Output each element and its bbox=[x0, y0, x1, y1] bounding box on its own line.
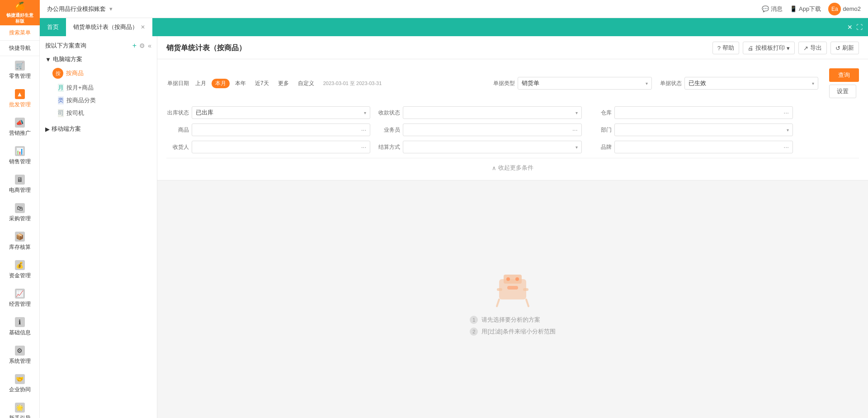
doc-type-control[interactable]: 销货单 ▾ bbox=[518, 77, 652, 90]
mobile-section-arrow: ▶ bbox=[45, 126, 50, 133]
date-tab-7days[interactable]: 近7天 bbox=[251, 79, 273, 88]
product-control[interactable]: ··· bbox=[192, 124, 370, 136]
app-download-btn[interactable]: 📱 App下载 bbox=[790, 5, 821, 13]
help-btn[interactable]: ? 帮助 bbox=[712, 42, 739, 54]
settlement-control[interactable]: ▾ bbox=[403, 141, 581, 153]
main-area: 办公用品行业模拟账套 ▾ 💬 消息 📱 App下载 Ea demo2 首页 销货… bbox=[40, 0, 868, 418]
receiver-control[interactable]: ··· bbox=[192, 141, 370, 153]
empty-state: 1 请先选择要分析的方案 2 用[过滤]条件来缩小分析范围 bbox=[157, 180, 868, 418]
collection-status-control[interactable]: ▾ bbox=[403, 106, 581, 119]
filter-out-status: 出库状态 已出库 ▾ bbox=[166, 106, 370, 119]
doc-status-dropdown-icon: ▾ bbox=[812, 81, 814, 86]
collapse-panel-btn[interactable]: « bbox=[148, 42, 151, 49]
sidebar-item-marketing[interactable]: 📣 营销推广 bbox=[0, 113, 40, 142]
salesman-dots-icon: ··· bbox=[572, 126, 578, 133]
sidebar-item-wholesale[interactable]: ▲ 批发管理 bbox=[0, 85, 40, 113]
sidebar-item-enterprise[interactable]: 🤝 企业协同 bbox=[0, 370, 40, 398]
operations-icon: 📈 bbox=[15, 289, 25, 299]
export-icon: ↗ bbox=[803, 45, 808, 52]
date-tab-this-month[interactable]: 本月 bbox=[212, 79, 230, 88]
sidebar-item-ecommerce[interactable]: 🖥 电商管理 bbox=[0, 170, 40, 199]
date-tab-more[interactable]: 更多 bbox=[274, 79, 292, 88]
sidebar-item-sales[interactable]: 📊 销售管理 bbox=[0, 142, 40, 170]
sidebar-item-newbie[interactable]: 🌟 新手引导 bbox=[0, 398, 40, 418]
retail-icon: 🛒 bbox=[15, 61, 25, 71]
industry-label: 办公用品行业模拟账套 ▾ bbox=[47, 5, 113, 13]
search-menu[interactable]: 搜索菜单 bbox=[0, 25, 39, 41]
mobile-section-label: 移动端方案 bbox=[52, 125, 81, 133]
sidebar-item-system[interactable]: ⚙ 系统管理 bbox=[0, 341, 40, 370]
sidebar-item-finance[interactable]: 💰 资金管理 bbox=[0, 256, 40, 284]
tree-item-by-product[interactable]: 按 按商品 bbox=[40, 65, 157, 81]
newbie-icon: 🌟 bbox=[15, 403, 25, 413]
message-btn[interactable]: 💬 消息 bbox=[762, 5, 783, 13]
tree-item-by-category[interactable]: 类 按商品分类 bbox=[40, 94, 157, 107]
tab-home[interactable]: 首页 bbox=[40, 18, 66, 36]
sidebar-item-retail[interactable]: 🛒 零售管理 bbox=[0, 56, 40, 85]
query-button[interactable]: 查询 bbox=[829, 68, 859, 82]
mobile-section-title[interactable]: ▶ 移动端方案 bbox=[40, 123, 157, 135]
department-dropdown-icon: ▾ bbox=[787, 128, 789, 133]
export-btn[interactable]: ↗ 导出 bbox=[798, 42, 827, 54]
svg-rect-6 bbox=[523, 288, 528, 291]
svg-rect-5 bbox=[497, 288, 502, 291]
system-icon: ⚙ bbox=[15, 346, 25, 356]
tab-close-icon[interactable]: ✕ bbox=[141, 24, 145, 30]
panel-header-actions: + ⚙ « bbox=[132, 42, 151, 50]
tab-controls: ✕ ⛶ bbox=[847, 24, 868, 31]
panel-header-label: 按以下方案查询 bbox=[45, 42, 86, 50]
svg-point-2 bbox=[506, 277, 510, 281]
sidebar-item-operations[interactable]: 📈 经营管理 bbox=[0, 284, 40, 313]
salesman-control[interactable]: ··· bbox=[403, 124, 581, 136]
refresh-btn[interactable]: ↺ 刷新 bbox=[830, 42, 859, 54]
date-tab-custom[interactable]: 自定义 bbox=[294, 79, 318, 88]
warehouse-dots-icon: ··· bbox=[783, 109, 789, 116]
svg-line-8 bbox=[526, 299, 528, 306]
collapse-up-icon: ∧ bbox=[492, 165, 496, 171]
date-tab-this-year[interactable]: 本年 bbox=[231, 79, 250, 88]
settings-button[interactable]: 设置 bbox=[829, 85, 856, 98]
print-dropdown-icon: ▾ bbox=[787, 45, 790, 52]
quick-nav[interactable]: 快捷导航 bbox=[0, 41, 39, 56]
receiver-dots-icon: ··· bbox=[361, 143, 367, 151]
hint-1: 1 请先选择要分析的方案 bbox=[470, 316, 555, 324]
page-header-actions: ? 帮助 🖨 按模板打印 ▾ ↗ 导出 ↺ bbox=[712, 42, 859, 54]
date-tab-last-month[interactable]: 上月 bbox=[192, 79, 210, 88]
out-status-control[interactable]: 已出库 ▾ bbox=[192, 106, 370, 119]
window-maximize-icon[interactable]: ⛶ bbox=[856, 24, 863, 31]
window-close-icon[interactable]: ✕ bbox=[847, 24, 853, 31]
desktop-section-title[interactable]: ▼ 电脑端方案 bbox=[40, 53, 157, 65]
by-cashier-icon: 司 bbox=[58, 109, 64, 117]
date-range-label: 2023-03-01 至 2023-03-31 bbox=[323, 80, 382, 87]
collapse-btn[interactable]: ∧ 收起更多条件 bbox=[489, 161, 536, 175]
by-product-circle: 按 bbox=[52, 68, 63, 79]
filter-doc-status: 单据状态 已生效 ▾ bbox=[659, 77, 819, 90]
tree-item-by-month-product[interactable]: 月 按月+商品 bbox=[40, 81, 157, 94]
title-row: 销货单统计表（按商品） ? 帮助 🖨 按模板打印 ▾ ↗ bbox=[166, 42, 859, 59]
filter-receiver: 收货人 ··· bbox=[166, 141, 370, 153]
sidebar-item-purchase[interactable]: 🛍 采购管理 bbox=[0, 199, 40, 227]
filter-brand: 品牌 ··· bbox=[589, 141, 793, 153]
tree-item-by-cashier[interactable]: 司 按司机 bbox=[40, 107, 157, 119]
doc-type-dropdown-icon: ▾ bbox=[646, 81, 648, 86]
add-scheme-btn[interactable]: + bbox=[132, 42, 137, 50]
department-control[interactable]: ▾ bbox=[614, 124, 793, 136]
sidebar-item-basic[interactable]: ℹ 基础信息 bbox=[0, 313, 40, 341]
dropdown-arrow-icon[interactable]: ▾ bbox=[109, 5, 113, 12]
tab-report[interactable]: 销货单统计表（按商品） ✕ bbox=[66, 18, 152, 36]
by-category-icon: 类 bbox=[58, 96, 64, 104]
warehouse-control[interactable]: ··· bbox=[614, 106, 793, 119]
svg-line-7 bbox=[497, 299, 499, 306]
user-avatar-btn[interactable]: Ea demo2 bbox=[828, 3, 861, 15]
doc-status-control[interactable]: 已生效 ▾ bbox=[684, 77, 819, 90]
help-icon: ? bbox=[717, 45, 721, 52]
brand-control[interactable]: ··· bbox=[614, 141, 793, 153]
message-icon: 💬 bbox=[762, 5, 769, 12]
filter-row-4: 收货人 ··· 结算方式 ▾ 品牌 bbox=[166, 141, 859, 153]
sidebar-item-inventory[interactable]: 📦 库存核算 bbox=[0, 227, 40, 256]
settings-scheme-btn[interactable]: ⚙ bbox=[139, 42, 145, 49]
avatar: Ea bbox=[828, 3, 841, 15]
print-btn[interactable]: 🖨 按模板打印 ▾ bbox=[743, 42, 795, 54]
out-status-dropdown-icon: ▾ bbox=[364, 110, 366, 115]
logo-line2: 标版 bbox=[6, 18, 33, 24]
